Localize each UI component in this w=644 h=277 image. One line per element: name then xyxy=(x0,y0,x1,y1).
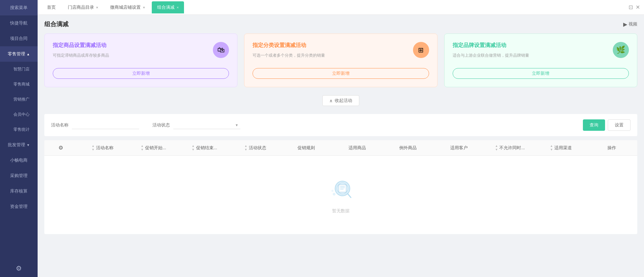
product-promo-card: 🛍 指定商品设置满减活动 可指定滞销商品或库存较多商品 立即新增 xyxy=(44,34,237,87)
wholesale-mgmt-label: 批发管理 xyxy=(8,142,25,148)
th-activity-name: ▲▼ 活动名称 xyxy=(77,144,128,151)
sidebar-item-smart-store[interactable]: 智慧门店 xyxy=(0,62,38,77)
filter-section: 活动名称 活动状态 ▾ 查询 设置 xyxy=(44,114,637,136)
table-settings-icon[interactable]: ⚙ xyxy=(58,145,63,151)
retail-mgmt-label: 零售管理 xyxy=(8,51,25,57)
sidebar-item-purchase-mgmt[interactable]: 采购管理 xyxy=(0,168,38,183)
purchase-mgmt-label: 采购管理 xyxy=(10,173,28,179)
th-promo-rule: 促销规则 xyxy=(281,145,332,151)
sidebar-item-retail-mall[interactable]: 零售商城 xyxy=(0,77,38,92)
tab-store-catalog[interactable]: 门店商品目录 × xyxy=(62,1,103,13)
sidebar: 搜索菜单 快捷导航 项目合同 零售管理 ▲ 智慧门店 零售商城 营销推广 会员中… xyxy=(0,0,38,277)
sidebar-item-member-center[interactable]: 会员中心 xyxy=(0,107,38,122)
table-header: ⚙ ▲▼ 活动名称 ▲▼ 促销开始... ▲▼ 促销结束... ▲▼ 活动状态 xyxy=(44,140,637,156)
svg-line-6 xyxy=(348,193,351,198)
sidebar-item-marketing[interactable]: 营销推广 xyxy=(0,92,38,107)
sort-promo-start-icon[interactable]: ▲▼ xyxy=(141,144,144,151)
th-applicable-channel: ▲▼ 适用渠道 xyxy=(536,144,587,151)
brand-promo-card: 🌿 指定品牌设置满减活动 适合与上游企业联合做营销，提升品牌销量 立即新增 xyxy=(444,34,637,87)
brand-card-desc: 适合与上游企业联合做营销，提升品牌销量 xyxy=(453,52,629,59)
chevron-up-icon: ∧ xyxy=(329,98,333,103)
sidebar-item-retail-mgmt[interactable]: 零售管理 ▲ xyxy=(0,46,38,62)
empty-icon xyxy=(324,176,358,203)
collapse-activities-btn[interactable]: ∧ 收起活动 xyxy=(322,95,359,106)
activity-name-input[interactable] xyxy=(72,121,139,129)
expand-icon: ▲ xyxy=(27,52,30,56)
member-center-label: 会员中心 xyxy=(13,112,30,117)
inventory-calc-label: 库存核算 xyxy=(10,188,28,194)
product-card-add-btn[interactable]: 立即新增 xyxy=(53,68,229,79)
sidebar-item-quick-nav[interactable]: 快捷导航 xyxy=(0,15,38,31)
sort-not-allow-icon[interactable]: ▲▼ xyxy=(495,144,498,151)
page-content: 组合满减 ▶ 视频 🛍 指定商品设置满减活动 可指定滞销商品或库存较多商品 立即… xyxy=(38,15,644,277)
sort-activity-name-icon[interactable]: ▲▼ xyxy=(92,144,95,151)
th-applicable-goods: 适用商品 xyxy=(332,145,383,151)
table-section: ⚙ ▲▼ 活动名称 ▲▼ 促销开始... ▲▼ 促销结束... ▲▼ 活动状态 xyxy=(44,140,637,234)
marketing-label: 营销推广 xyxy=(13,97,30,102)
close-button[interactable]: ✕ xyxy=(636,4,640,10)
capital-mgmt-label: 资金管理 xyxy=(10,204,28,210)
filter-actions: 查询 设置 xyxy=(583,119,631,131)
page-header: 组合满减 ▶ 视频 xyxy=(44,20,637,28)
close-combo-discount-tab[interactable]: × xyxy=(177,1,179,13)
tab-bar: 首页 门店商品目录 × 微商城店铺设置 × 组合满减 × ⊡ ✕ xyxy=(38,0,644,15)
sidebar-item-wholesale-mgmt[interactable]: 批发管理 ▼ xyxy=(0,137,38,153)
page-title: 组合满减 xyxy=(44,20,68,28)
product-card-desc: 可指定滞销商品或库存较多商品 xyxy=(53,52,229,59)
retail-stats-label: 零售统计 xyxy=(13,127,30,132)
activity-status-select[interactable]: ▾ xyxy=(173,121,240,129)
activity-name-filter: 活动名称 xyxy=(51,121,139,129)
tab-mini-store-settings[interactable]: 微商城店铺设置 × xyxy=(105,1,150,13)
video-link[interactable]: ▶ 视频 xyxy=(623,21,637,27)
sidebar-item-project-contract[interactable]: 项目合同 xyxy=(0,31,38,46)
sort-promo-end-icon[interactable]: ▲▼ xyxy=(192,144,195,151)
collapse-bar: ∧ 收起活动 xyxy=(44,93,637,109)
empty-text: 暂无数据 xyxy=(332,208,350,214)
sidebar-item-retail-stats[interactable]: 零售统计 xyxy=(0,122,38,137)
brand-card-icon: 🌿 xyxy=(613,42,629,58)
play-circle-icon: ▶ xyxy=(623,21,627,27)
activity-name-label: 活动名称 xyxy=(51,122,68,128)
retail-mall-label: 零售商城 xyxy=(13,81,30,87)
sidebar-gear-button[interactable]: ⚙ xyxy=(0,260,38,277)
sidebar-item-xiaochang[interactable]: 小畅电商 xyxy=(0,153,38,168)
smart-store-label: 智慧门店 xyxy=(13,66,30,72)
project-contract-label: 项目合同 xyxy=(10,36,28,42)
activity-status-filter: 活动状态 ▾ xyxy=(152,121,240,129)
close-mini-store-settings-tab[interactable]: × xyxy=(143,1,145,13)
setting-button[interactable]: 设置 xyxy=(608,119,631,131)
th-operation: 操作 xyxy=(586,145,637,151)
th-activity-status: ▲▼ 活动状态 xyxy=(230,144,281,151)
sort-activity-status-icon[interactable]: ▲▼ xyxy=(244,144,247,151)
sidebar-item-inventory-calc[interactable]: 库存核算 xyxy=(0,183,38,199)
xiaochang-label: 小畅电商 xyxy=(10,157,28,163)
category-card-desc: 可选一个或者多个分类，提升分类的销量 xyxy=(252,52,429,59)
tab-home[interactable]: 首页 xyxy=(42,1,61,13)
category-card-add-btn[interactable]: 立即新增 xyxy=(252,68,429,79)
th-settings[interactable]: ⚙ xyxy=(44,145,77,151)
gear-icon: ⚙ xyxy=(16,265,22,272)
quick-nav-label: 快捷导航 xyxy=(10,20,28,26)
close-store-catalog-tab[interactable]: × xyxy=(96,1,98,13)
category-promo-card: ⊞ 指定分类设置满减活动 可选一个或者多个分类，提升分类的销量 立即新增 xyxy=(244,34,437,87)
brand-card-add-btn[interactable]: 立即新增 xyxy=(453,68,629,79)
th-promo-start: ▲▼ 促销开始... xyxy=(128,144,179,151)
sort-channel-icon[interactable]: ▲▼ xyxy=(550,144,553,151)
svg-rect-2 xyxy=(339,185,346,192)
sidebar-item-search-menu[interactable]: 搜索菜单 xyxy=(0,0,38,15)
promo-cards-section: 🛍 指定商品设置满减活动 可指定滞销商品或库存较多商品 立即新增 ⊞ 指定分类设… xyxy=(44,34,637,87)
th-exception-goods: 例外商品 xyxy=(383,145,434,151)
window-controls: ⊡ ✕ xyxy=(629,4,640,10)
main-area: 首页 门店商品目录 × 微商城店铺设置 × 组合满减 × ⊡ ✕ 组合满减 ▶ … xyxy=(38,0,644,277)
maximize-button[interactable]: ⊡ xyxy=(629,4,633,10)
empty-state: 暂无数据 xyxy=(44,156,637,234)
tab-combo-discount[interactable]: 组合满减 × xyxy=(152,1,184,13)
query-button[interactable]: 查询 xyxy=(583,119,605,131)
product-card-icon: 🛍 xyxy=(213,42,229,58)
search-menu-label: 搜索菜单 xyxy=(10,5,28,11)
th-promo-end: ▲▼ 促销结束... xyxy=(179,144,230,151)
th-applicable-customer: 适用客户 xyxy=(433,145,485,151)
dropdown-chevron-icon: ▾ xyxy=(236,123,238,127)
wholesale-expand-icon: ▼ xyxy=(27,143,30,147)
sidebar-item-capital-mgmt[interactable]: 资金管理 xyxy=(0,199,38,214)
